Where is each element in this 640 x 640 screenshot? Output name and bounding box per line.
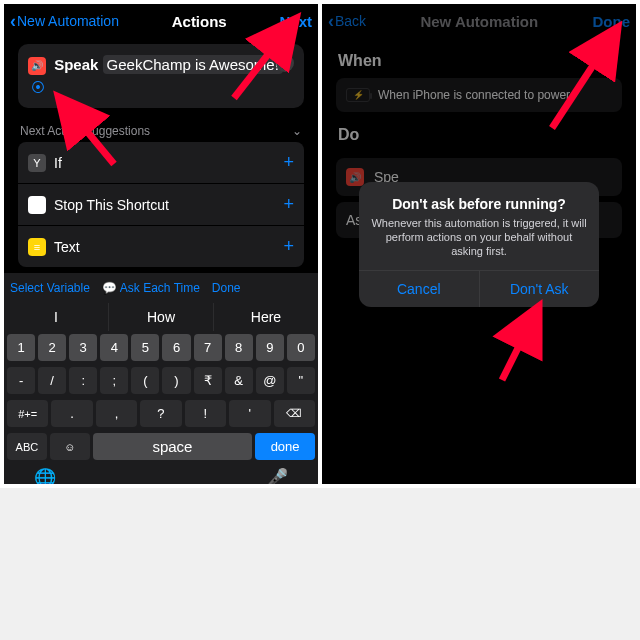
suggestions-list: YIf + ■Stop This Shortcut + ≡Text +: [18, 142, 304, 267]
key-2[interactable]: 2: [38, 334, 66, 361]
key-backspace[interactable]: ⌫: [274, 400, 315, 427]
select-variable-button[interactable]: Select Variable: [10, 281, 90, 295]
navbar-left: ‹ New Automation Actions Next: [4, 4, 318, 38]
globe-icon[interactable]: 🌐: [34, 467, 56, 484]
key-period[interactable]: .: [51, 400, 92, 427]
key-3[interactable]: 3: [69, 334, 97, 361]
next-button[interactable]: Next: [279, 13, 312, 30]
key-colon[interactable]: :: [69, 367, 97, 394]
chevron-left-icon: ‹: [10, 11, 16, 32]
add-icon[interactable]: +: [283, 236, 294, 257]
stop-icon: ■: [28, 196, 46, 214]
alert-dialog: Don't ask before running? Whenever this …: [359, 182, 599, 307]
back-button[interactable]: ‹ New Automation: [10, 11, 119, 32]
key-amp[interactable]: &: [225, 367, 253, 394]
suggestion-if[interactable]: YIf +: [18, 142, 304, 184]
suggestion-stop[interactable]: ■Stop This Shortcut +: [18, 184, 304, 226]
chevron-down-icon[interactable]: ⌄: [292, 124, 302, 138]
key-4[interactable]: 4: [100, 334, 128, 361]
speak-action-name: Speak: [54, 56, 98, 73]
reveal-more-icon[interactable]: ⦿: [31, 79, 45, 95]
suggestion-text[interactable]: ≡Text +: [18, 226, 304, 267]
speak-text-value[interactable]: GeekChamp is Awesome!: [103, 55, 283, 74]
key-8[interactable]: 8: [225, 334, 253, 361]
key-lparen[interactable]: (: [131, 367, 159, 394]
prediction[interactable]: I: [4, 303, 109, 331]
alert-cancel-button[interactable]: Cancel: [359, 271, 480, 307]
key-6[interactable]: 6: [162, 334, 190, 361]
modal-overlay: Don't ask before running? Whenever this …: [322, 4, 636, 484]
predictions-row: I How Here: [4, 303, 318, 331]
key-bang[interactable]: !: [185, 400, 226, 427]
text-icon: ≡: [28, 238, 46, 256]
key-apos[interactable]: ': [229, 400, 270, 427]
alert-message: Whenever this automation is triggered, i…: [371, 216, 587, 258]
nav-title: Actions: [172, 13, 227, 30]
action-card-speak[interactable]: 🔊 Speak GeekChamp is Awesome! ⦿ ✕: [18, 44, 304, 108]
keyboard: I How Here 1234567890 -/:;()₹&@" #+= .,?…: [4, 303, 318, 484]
key-emoji[interactable]: ☺: [50, 433, 90, 460]
back-label: New Automation: [17, 13, 119, 29]
keyboard-accessory-bar: Select Variable 💬 Ask Each Time Done: [4, 273, 318, 303]
key-quote[interactable]: ": [287, 367, 315, 394]
key-semi[interactable]: ;: [100, 367, 128, 394]
prediction[interactable]: How: [109, 303, 214, 331]
speaker-icon: 🔊: [28, 57, 46, 75]
key-abc[interactable]: ABC: [7, 433, 47, 460]
key-0[interactable]: 0: [287, 334, 315, 361]
suggestions-header: Next Action Suggestions ⌄: [4, 114, 318, 142]
key-symbols[interactable]: #+=: [7, 400, 48, 427]
key-5[interactable]: 5: [131, 334, 159, 361]
kb-bar-done-button[interactable]: Done: [212, 281, 241, 295]
alert-title: Don't ask before running?: [371, 196, 587, 212]
key-9[interactable]: 9: [256, 334, 284, 361]
add-icon[interactable]: +: [283, 152, 294, 173]
key-1[interactable]: 1: [7, 334, 35, 361]
key-7[interactable]: 7: [194, 334, 222, 361]
key-rupee[interactable]: ₹: [194, 367, 222, 394]
key-space[interactable]: space: [93, 433, 252, 460]
key-at[interactable]: @: [256, 367, 284, 394]
add-icon[interactable]: +: [283, 194, 294, 215]
key-rparen[interactable]: ): [162, 367, 190, 394]
key-comma[interactable]: ,: [96, 400, 137, 427]
alert-confirm-button[interactable]: Don't Ask: [480, 271, 600, 307]
screen-summary: ‹ Back New Automation Done When ⚡ When i…: [322, 4, 636, 484]
key-dash[interactable]: -: [7, 367, 35, 394]
key-slash[interactable]: /: [38, 367, 66, 394]
ask-each-time-button[interactable]: 💬 Ask Each Time: [102, 281, 200, 295]
key-done[interactable]: done: [255, 433, 315, 460]
screen-actions: ‹ New Automation Actions Next 🔊 Speak Ge…: [4, 4, 318, 484]
prediction[interactable]: Here: [214, 303, 318, 331]
branch-icon: Y: [28, 154, 46, 172]
key-question[interactable]: ?: [140, 400, 181, 427]
mic-icon[interactable]: 🎤: [266, 467, 288, 484]
clear-action-button[interactable]: ✕: [276, 54, 294, 72]
